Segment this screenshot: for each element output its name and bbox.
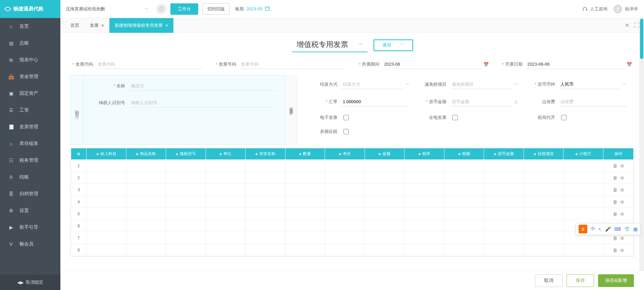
cell[interactable]: [246, 160, 285, 172]
cell[interactable]: [87, 184, 126, 196]
period-input[interactable]: [383, 60, 481, 69]
cell[interactable]: [405, 160, 444, 172]
cell[interactable]: [206, 232, 246, 244]
cell[interactable]: [246, 184, 285, 196]
col-income[interactable]: ◆收入科目: [87, 148, 126, 160]
cell[interactable]: [206, 220, 246, 232]
table-row[interactable]: 8🗑⊕: [71, 244, 634, 256]
cell[interactable]: [166, 232, 206, 244]
cell[interactable]: [166, 172, 206, 184]
cell[interactable]: [325, 196, 365, 208]
table-row[interactable]: 7🗑⊕: [71, 232, 634, 244]
date-input[interactable]: [526, 60, 625, 69]
col-orig-amount[interactable]: ◆原币金额: [484, 148, 524, 160]
col-amount[interactable]: ◆金额: [365, 148, 405, 160]
cell[interactable]: [564, 208, 603, 220]
cell[interactable]: [405, 172, 444, 184]
add-icon[interactable]: ⊕: [620, 163, 624, 168]
cell[interactable]: [405, 232, 444, 244]
cell[interactable]: [206, 160, 246, 172]
ime-skin-icon[interactable]: 👕: [624, 226, 630, 232]
cell[interactable]: [365, 220, 405, 232]
cell[interactable]: [285, 244, 325, 256]
cell[interactable]: [444, 172, 484, 184]
cell[interactable]: [484, 196, 524, 208]
cell[interactable]: [564, 160, 603, 172]
bureau-checkbox[interactable]: [561, 115, 567, 120]
cell[interactable]: [484, 172, 524, 184]
sidebar-item-funds[interactable]: 👜资金管理: [0, 68, 60, 85]
sidebar-item-guide[interactable]: ▶新手引导: [0, 219, 60, 236]
cell[interactable]: [285, 184, 325, 196]
calendar-icon[interactable]: 📅: [483, 62, 489, 67]
buyer-name-input[interactable]: [130, 81, 277, 91]
col-tax-method[interactable]: ◆计税方: [564, 148, 603, 160]
cell[interactable]: [564, 244, 603, 256]
cell[interactable]: [444, 160, 484, 172]
cell[interactable]: [484, 232, 524, 244]
table-row[interactable]: 4🗑⊕: [71, 196, 634, 208]
diff-tax-checkbox[interactable]: [343, 129, 349, 134]
add-icon[interactable]: ⊕: [620, 187, 624, 193]
cell[interactable]: [206, 244, 246, 256]
scrollbar-thumb[interactable]: [640, 19, 643, 59]
sidebar-item-tax[interactable]: ☷税务管理: [0, 152, 60, 169]
add-icon[interactable]: ⊕: [620, 175, 624, 180]
cell[interactable]: [246, 172, 285, 184]
tab-invoice[interactable]: 发票×: [85, 18, 109, 33]
table-row[interactable]: 1🗑⊕: [71, 160, 634, 172]
col-product[interactable]: ◆商品名称: [126, 148, 166, 160]
cell[interactable]: [524, 160, 564, 172]
cell[interactable]: [246, 220, 285, 232]
add-icon[interactable]: ⊕: [620, 235, 624, 241]
cell[interactable]: [126, 244, 166, 256]
cell[interactable]: [126, 196, 166, 208]
tab-home[interactable]: 首页: [65, 18, 85, 33]
settlement-input[interactable]: [341, 80, 402, 89]
cell[interactable]: [285, 220, 325, 232]
cell[interactable]: [87, 244, 126, 256]
full-e-checkbox[interactable]: [452, 115, 458, 120]
cell[interactable]: [285, 172, 325, 184]
cell[interactable]: [206, 196, 246, 208]
sidebar-item-settings[interactable]: ⚙设置: [0, 202, 60, 219]
col-qty[interactable]: ◆数量: [285, 148, 325, 160]
user-menu[interactable]: 徐泽华: [613, 5, 638, 13]
cell[interactable]: [246, 232, 285, 244]
cell[interactable]: [325, 184, 365, 196]
cell[interactable]: [524, 172, 564, 184]
cell[interactable]: [126, 172, 166, 184]
sidebar-item-stock[interactable]: ⌂库存核算: [0, 135, 60, 152]
cell[interactable]: [325, 172, 365, 184]
cell[interactable]: [166, 208, 206, 220]
col-tax-item[interactable]: ◆征税项目: [524, 148, 564, 160]
cell[interactable]: [405, 220, 444, 232]
sidebar-item-archive[interactable]: 🗄归档管理: [0, 186, 60, 202]
support-link[interactable]: 人工咨询: [582, 6, 607, 12]
cell[interactable]: [87, 220, 126, 232]
save-button[interactable]: 保存: [567, 274, 594, 287]
chevron-down-icon[interactable]: ﹀: [514, 81, 518, 87]
sidebar-item-assets[interactable]: ▣固定资产: [0, 85, 60, 102]
calendar-icon[interactable]: 📅: [627, 62, 632, 67]
ime-punct-icon[interactable]: •,: [599, 226, 602, 232]
cell[interactable]: [365, 184, 405, 196]
cell[interactable]: [405, 196, 444, 208]
cell[interactable]: [365, 232, 405, 244]
sidebar-item-home[interactable]: ⌂首页: [0, 18, 60, 35]
cell[interactable]: [166, 244, 206, 256]
cell[interactable]: [325, 160, 365, 172]
cell[interactable]: [405, 244, 444, 256]
cell[interactable]: [484, 208, 524, 220]
add-icon[interactable]: ⊕: [620, 199, 624, 205]
col-taxrate[interactable]: ◆税率: [405, 148, 444, 160]
cell[interactable]: [285, 160, 325, 172]
switch-old-button[interactable]: 切到旧版: [202, 3, 230, 15]
save-and-new-button[interactable]: 保存&新增: [598, 274, 634, 287]
doc-icon-button[interactable]: [156, 4, 166, 14]
close-icon[interactable]: ×: [101, 23, 104, 28]
add-icon[interactable]: ⊕: [620, 247, 624, 253]
col-unit[interactable]: ◆单位: [206, 148, 246, 160]
col-tax[interactable]: ◆税额: [444, 148, 484, 160]
cell[interactable]: [444, 232, 484, 244]
